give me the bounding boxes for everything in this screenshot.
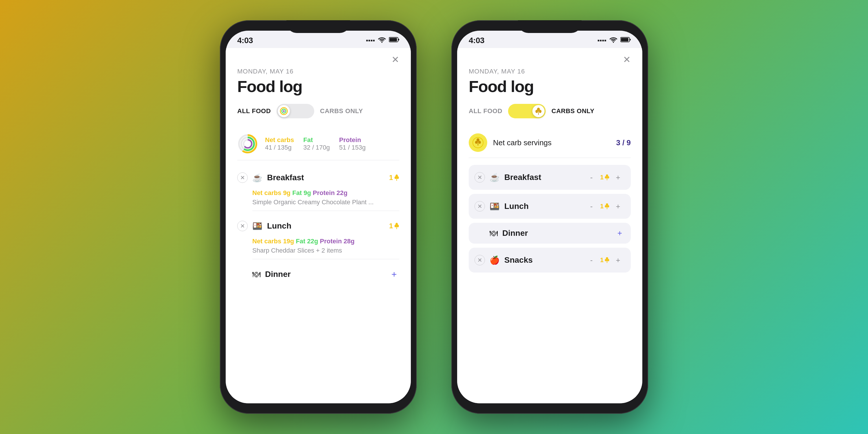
battery-icon-1 (389, 37, 399, 44)
phone-2: 4:03 ▪▪▪▪ ✕ MONDAY, MAY 16 Food log ALL … (452, 20, 648, 414)
macro-protein-breakfast-1: Protein 22g (313, 189, 347, 196)
time-2: 4:03 (469, 36, 484, 45)
stats-row-1: Net carbs 41 / 135g Fat 32 / 170g Protei… (237, 128, 399, 160)
dinner-icon-1: 🍽 (252, 270, 260, 279)
macro-fat-lunch-1: Fat 22g (296, 238, 318, 245)
toggle-left-1: ALL FOOD (237, 107, 271, 115)
svg-point-4 (283, 110, 285, 112)
wheat-stepper-snacks-2 (605, 257, 609, 263)
stepper-value-breakfast-2: 1 (600, 174, 609, 181)
svg-point-39 (605, 259, 607, 261)
remove-breakfast-btn-1[interactable]: ✕ (237, 173, 248, 183)
food-desc-lunch-1: Sharp Cheddar Slices + 2 items (252, 247, 399, 254)
stat-carbs-value-1: 41 / 135g (265, 144, 294, 151)
svg-point-35 (605, 205, 607, 208)
wheat-icon-lunch-1 (394, 223, 399, 229)
remove-snacks-btn-2[interactable]: ✕ (474, 255, 485, 265)
lunch-count-1: 1 (389, 222, 399, 230)
stepper-value-snacks-2: 1 (600, 256, 609, 264)
close-button-2[interactable]: ✕ (469, 55, 631, 64)
meal-detail-breakfast-1: Net carbs 9g Fat 9g Protein 22g Simple O… (237, 186, 399, 211)
remove-lunch-btn-1[interactable]: ✕ (237, 221, 248, 231)
macro-carbs-breakfast-1: Net carbs 9g (252, 189, 290, 196)
remove-breakfast-btn-2[interactable]: ✕ (474, 172, 485, 183)
svg-point-36 (607, 205, 609, 208)
toggle-right-2: CARBS ONLY (552, 107, 594, 115)
dinner-name-2: Dinner (502, 228, 610, 238)
svg-rect-20 (621, 38, 628, 41)
status-bar-1: 4:03 ▪▪▪▪ (226, 31, 411, 48)
signal-icon-2: ▪▪▪▪ (597, 37, 607, 44)
toggle-track-2[interactable] (508, 104, 546, 118)
breakfast-name-2: Breakfast (504, 173, 580, 182)
notch-2 (518, 20, 582, 33)
screen-2: 4:03 ▪▪▪▪ ✕ MONDAY, MAY 16 Food log ALL … (457, 31, 642, 403)
meal-header-lunch-2: ✕ 🍱 Lunch - 1 (474, 199, 625, 214)
time-1: 4:03 (237, 36, 253, 45)
meal-card-breakfast-2: ✕ ☕ Breakfast - 1 (469, 165, 631, 190)
svg-point-16 (395, 225, 397, 227)
stepper-minus-snacks-2[interactable]: - (586, 254, 597, 266)
stat-carbs-1: Net carbs 41 / 135g (265, 136, 294, 151)
svg-point-12 (395, 177, 397, 179)
toggle-1: ALL FOOD CARBS ONLY (237, 104, 399, 118)
svg-point-13 (397, 177, 399, 179)
meal-header-breakfast-2: ✕ ☕ Breakfast - 1 (474, 170, 625, 185)
battery-icon-2 (620, 37, 631, 44)
wheat-icon-breakfast-1 (394, 175, 399, 181)
stats-items-1: Net carbs 41 / 135g Fat 32 / 170g Protei… (265, 136, 399, 151)
status-icons-1: ▪▪▪▪ (366, 36, 399, 44)
close-button-1[interactable]: ✕ (237, 55, 399, 64)
lunch-icon-1: 🍱 (252, 221, 262, 231)
remove-lunch-btn-2[interactable]: ✕ (474, 201, 485, 212)
breakfast-name-1: Breakfast (267, 173, 384, 182)
svg-point-27 (475, 141, 477, 144)
stepper-plus-lunch-2[interactable]: + (612, 200, 624, 212)
status-bar-2: 4:03 ▪▪▪▪ (457, 31, 642, 48)
lunch-name-1: Lunch (267, 221, 384, 230)
date-label-1: MONDAY, MAY 16 (237, 68, 399, 75)
snacks-name-2: Snacks (504, 255, 580, 265)
page-title-2: Food log (469, 77, 631, 96)
stat-carbs-label-1: Net carbs (265, 136, 294, 144)
stat-fat-label-1: Fat (303, 136, 330, 144)
wifi-icon-2 (609, 36, 617, 44)
toggle-thumb-2 (532, 105, 545, 117)
spacer-dinner-2 (474, 228, 485, 239)
macro-fat-breakfast-1: Fat 9g (292, 189, 311, 196)
stepper-minus-breakfast-2[interactable]: - (586, 172, 597, 183)
stat-protein-value-1: 51 / 153g (339, 144, 366, 151)
stepper-plus-breakfast-2[interactable]: + (612, 172, 624, 183)
stat-protein-1: Protein 51 / 153g (339, 136, 366, 151)
add-dinner-btn-2[interactable]: + (615, 228, 625, 239)
stepper-breakfast-2: - 1 + (585, 170, 625, 185)
svg-point-32 (607, 176, 609, 179)
phone-1: 4:03 ▪▪▪▪ ✕ MONDAY, MAY 16 Food log ALL … (220, 20, 416, 414)
wheat-stepper-lunch-2 (605, 204, 609, 209)
meal-section-breakfast-1: ✕ ☕ Breakfast 1 Net (237, 167, 399, 211)
carb-servings-label-2: Net carb servings (493, 138, 610, 147)
content-1: ✕ MONDAY, MAY 16 Food log ALL FOOD (226, 48, 411, 403)
toggle-track-1[interactable] (277, 104, 314, 118)
stepper-minus-lunch-2[interactable]: - (586, 200, 597, 212)
snacks-icon-2: 🍎 (490, 255, 500, 265)
signal-icon-1: ▪▪▪▪ (366, 37, 375, 44)
toggle-2: ALL FOOD CARBS ONLY (469, 104, 631, 118)
meal-header-snacks-2: ✕ 🍎 Snacks - 1 (474, 253, 625, 267)
meal-section-dinner-1: ✕ 🍽 Dinner + (237, 264, 399, 283)
stepper-lunch-2: - 1 + (585, 199, 625, 214)
meal-header-dinner-1: ✕ 🍽 Dinner + (237, 264, 399, 283)
svg-point-22 (535, 110, 538, 113)
meal-card-lunch-2: ✕ 🍱 Lunch - 1 (469, 194, 631, 219)
stats-ring-chart-1 (237, 133, 258, 154)
spacer-dinner-1: ✕ (237, 269, 248, 279)
notch-1 (286, 20, 350, 33)
food-desc-breakfast-1: Simple Organic Creamy Chocolate Plant ..… (252, 198, 399, 206)
toggle-left-2: ALL FOOD (469, 107, 502, 115)
add-dinner-btn-1[interactable]: + (389, 269, 399, 279)
stat-fat-value-1: 32 / 170g (303, 144, 330, 151)
meal-header-breakfast-1: ✕ ☕ Breakfast 1 (237, 167, 399, 186)
stepper-plus-snacks-2[interactable]: + (612, 254, 624, 266)
stat-protein-label-1: Protein (339, 136, 366, 144)
lunch-name-2: Lunch (504, 202, 580, 211)
